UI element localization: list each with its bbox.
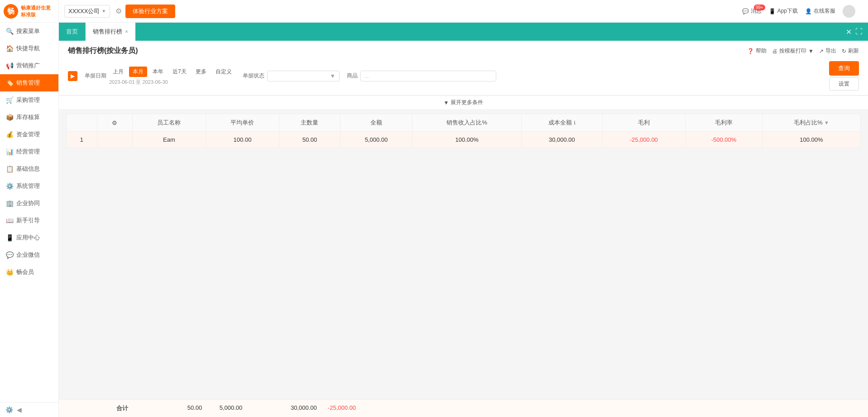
cell-main_qty: 50.00	[279, 132, 340, 148]
settings-bottom-icon[interactable]: ⚙️	[5, 406, 13, 413]
sidebar-item-enterprise[interactable]: 🏢企业协同	[0, 195, 58, 212]
nav-icon-sales: 🏷️	[5, 79, 14, 86]
header-settings-icon[interactable]: ⚙	[115, 7, 122, 15]
nav-label-basic: 基础信息	[16, 165, 40, 173]
export-icon: ↗	[819, 48, 824, 54]
sidebar-item-wechat[interactable]: 💬企业微信	[0, 246, 58, 264]
tab-bar: 首页 销售排行榜 × ✕ ⛶	[59, 23, 868, 41]
sidebar-item-operations[interactable]: 📊经营管理	[0, 143, 58, 160]
logo-text: 畅康通好生意 标准版	[21, 5, 51, 18]
refresh-icon: ↻	[842, 48, 846, 54]
sidebar: 畅 畅康通好生意 标准版 🔍搜索菜单🏠快捷导航📢营销推广🏷️销售管理🛒采购管理📦…	[0, 0, 59, 417]
date-tabs: 上月本月本年近7天更多自定义	[109, 67, 235, 77]
tab-close-all-icon[interactable]: ✕	[846, 28, 852, 36]
app-download-button[interactable]: 📱 App下载	[769, 7, 798, 15]
expand-conditions-button[interactable]: ▼ 展开更多条件	[444, 99, 484, 106]
cell-avg_price: 100.00	[206, 132, 279, 148]
nav-icon-system: ⚙️	[5, 182, 14, 190]
sidebar-item-member[interactable]: 👑畅会员	[0, 264, 58, 281]
nav-label-finance: 资金管理	[16, 130, 40, 139]
sidebar-item-apps[interactable]: 📱应用中心	[0, 229, 58, 246]
footer-gross: -25,000.00	[322, 404, 361, 412]
refresh-button[interactable]: ↻ 刷新	[842, 47, 859, 55]
table-row: 1Eam100.0050.005,000.00100.00%30,000.00-…	[67, 132, 861, 148]
tab-label: 销售排行榜	[93, 28, 122, 36]
sidebar-item-finance[interactable]: 💰资金管理	[0, 126, 58, 143]
settings-button[interactable]: 设置	[829, 77, 859, 91]
sidebar-item-sales[interactable]: 🏷️销售管理	[0, 74, 58, 91]
filter-status: 单据状态 ▼	[243, 71, 340, 81]
filter-row: ▶ 单据日期 上月本月本年近7天更多自定义 2023-06-01 至 2023-…	[68, 61, 859, 95]
date-tab-本月[interactable]: 本月	[129, 67, 147, 77]
footer-total-label: 合计	[104, 404, 140, 412]
trial-button[interactable]: 体验行业方案	[125, 5, 175, 18]
nav-icon-basic: 📋	[5, 165, 14, 173]
table-footer: 合计 50.00 5,000.00 30,000.00 -25,000.00	[59, 399, 868, 417]
th-main_qty: 主数量	[279, 114, 340, 132]
message-badge: 99+	[754, 5, 765, 10]
goods-input[interactable]: ...	[360, 71, 496, 81]
status-dropdown[interactable]: ▼	[267, 71, 340, 81]
filter-date: 单据日期 上月本月本年近7天更多自定义 2023-06-01 至 2023-06…	[85, 67, 235, 86]
date-tab-近7天[interactable]: 近7天	[169, 67, 190, 77]
cell-gross: -25,000.00	[602, 132, 686, 148]
nav-icon-wechat: 💬	[5, 251, 14, 259]
cell-sales_pct: 100.00%	[412, 132, 522, 148]
cell-name: Eam	[132, 132, 206, 148]
tab-maximize-icon[interactable]: ⛶	[855, 28, 863, 36]
tab-bar-right: ✕ ⛶	[846, 28, 868, 36]
header-right: 💬 消息 99+ 📱 App下载 👤 在线客服	[742, 5, 863, 18]
sidebar-item-guide[interactable]: 📖新手引导	[0, 212, 58, 229]
sidebar-item-search[interactable]: 🔍搜索菜单	[0, 23, 58, 40]
expand-conditions-bar: ▼ 展开更多条件	[59, 96, 868, 109]
top-header: XXXXX公司 ▼ ⚙ 体验行业方案 💬 消息 99+ 📱 App下载 👤 在线…	[59, 0, 868, 23]
footer-label	[68, 404, 104, 412]
expand-icon: ▼	[444, 100, 449, 106]
gross-pct-info-icon: ▼	[824, 120, 829, 125]
company-selector[interactable]: XXXXX公司 ▼	[64, 5, 110, 18]
table-header-row: ⚙员工名称平均单价主数量全额销售收入占比%成本全额 ℹ毛利毛利率毛利占比% ▼	[67, 114, 861, 132]
nav-label-marketing: 营销推广	[16, 62, 40, 70]
sidebar-item-system[interactable]: ⚙️系统管理	[0, 177, 58, 195]
page-title-row: 销售排行榜(按业务员) ❓ 帮助 🖨 按模板打印 ▼ ↗ 导出	[68, 46, 859, 56]
cell-gross_rate: -500.00%	[686, 132, 762, 148]
date-tab-自定义[interactable]: 自定义	[212, 67, 235, 77]
filter-expand-button[interactable]: ▶	[68, 71, 77, 81]
cost-info-icon: ℹ	[574, 120, 575, 125]
message-button[interactable]: 💬 消息 99+	[742, 7, 762, 15]
th-settings[interactable]: ⚙	[97, 114, 132, 132]
sidebar-item-basic[interactable]: 📋基础信息	[0, 160, 58, 177]
sidebar-bottom: ⚙️ ◀	[0, 402, 58, 417]
nav-label-apps: 应用中心	[16, 234, 40, 242]
nav-icon-shortcuts: 🏠	[5, 45, 14, 52]
tab-sales-ranking[interactable]: 销售排行榜 ×	[86, 23, 135, 41]
export-button[interactable]: ↗ 导出	[819, 47, 836, 55]
tab-home[interactable]: 首页	[59, 23, 86, 41]
collapse-icon[interactable]: ◀	[17, 406, 22, 413]
sidebar-item-marketing[interactable]: 📢营销推广	[0, 57, 58, 74]
date-tab-更多[interactable]: 更多	[192, 67, 210, 77]
th-gross: 毛利	[602, 114, 686, 132]
date-range-text: 2023-06-01 至 2023-06-30	[109, 79, 235, 86]
query-button[interactable]: 查询	[829, 61, 859, 76]
filter-collapse-icon[interactable]: ▶	[68, 71, 77, 81]
table-header: ⚙员工名称平均单价主数量全额销售收入占比%成本全额 ℹ毛利毛利率毛利占比% ▼	[67, 114, 861, 132]
help-button[interactable]: ❓ 帮助	[747, 47, 767, 55]
avatar[interactable]	[843, 5, 855, 18]
tab-close-icon[interactable]: ×	[125, 29, 128, 35]
nav-label-sales: 销售管理	[16, 79, 40, 87]
date-tab-上月[interactable]: 上月	[109, 67, 127, 77]
sidebar-item-shortcuts[interactable]: 🏠快捷导航	[0, 40, 58, 57]
template-print-button[interactable]: 🖨 按模板打印 ▼	[772, 47, 814, 55]
sidebar-item-inventory[interactable]: 📦库存核算	[0, 109, 58, 126]
page-actions: ❓ 帮助 🖨 按模板打印 ▼ ↗ 导出 ↻ 刷新	[747, 47, 859, 55]
sidebar-item-purchase[interactable]: 🛒采购管理	[0, 91, 58, 109]
date-filter-label: 单据日期	[85, 72, 106, 80]
date-tab-本年[interactable]: 本年	[149, 67, 167, 77]
nav-label-enterprise: 企业协同	[16, 199, 40, 207]
online-service-button[interactable]: 👤 在线客服	[805, 7, 835, 15]
footer-main-qty: 50.00	[177, 404, 213, 412]
date-filter-container: 上月本月本年近7天更多自定义 2023-06-01 至 2023-06-30	[109, 67, 235, 86]
footer-sales-pct	[249, 404, 285, 412]
nav-label-search: 搜索菜单	[16, 27, 40, 35]
